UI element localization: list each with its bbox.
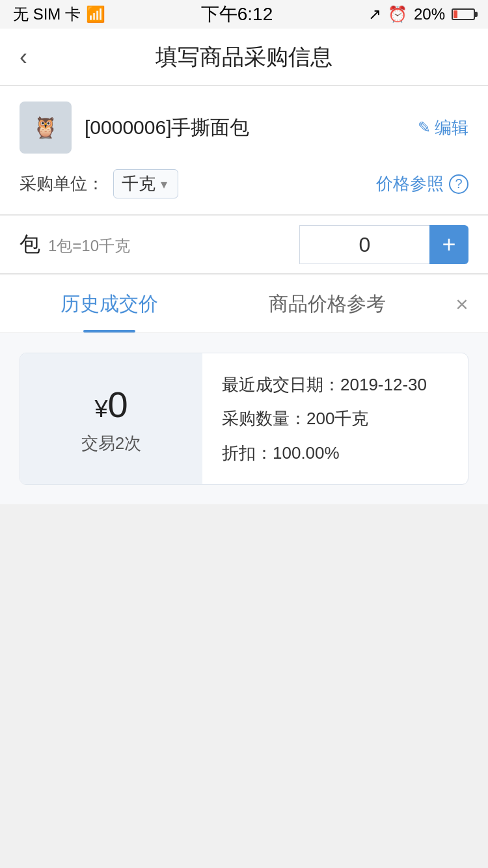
back-button[interactable]: ‹ [20, 44, 27, 71]
quantity-label-area: 包 1包=10千克 [20, 230, 299, 259]
unit-select-dropdown[interactable]: 千克 ▾ [113, 169, 178, 198]
recent-date-row: 最近成交日期：2019-12-30 [222, 373, 448, 396]
quantity-input[interactable] [299, 225, 429, 264]
edit-button[interactable]: ✎ 编辑 [418, 116, 468, 139]
alarm-icon: ⏰ [388, 5, 407, 23]
price-reference-button[interactable]: 价格参照 ? [376, 172, 468, 195]
quantity-unit-big: 包 [20, 230, 40, 259]
status-bar-left: 无 SIM 卡 📶 [13, 4, 105, 25]
purchase-unit-left: 采购单位： 千克 ▾ [20, 169, 178, 198]
location-icon: ↗ [368, 5, 381, 23]
battery-percent: 20% [414, 5, 445, 23]
product-top-row: 🦉 [0000006]手撕面包 ✎ 编辑 [20, 102, 468, 154]
recent-date-value: 2019-12-30 [340, 375, 427, 394]
tab-product-price-ref[interactable]: 商品价格参考 [218, 275, 436, 332]
quantity-input-area: + [299, 225, 468, 264]
question-mark-icon: ? [455, 176, 462, 191]
tabs-row: 历史成交价 商品价格参考 × [0, 275, 488, 333]
product-owl-icon: 🦉 [33, 115, 59, 140]
product-thumbnail: 🦉 [20, 102, 72, 154]
price-card-left: ¥0 交易2次 [20, 353, 202, 484]
price-number: 0 [107, 384, 128, 425]
discount-value: 100.00% [273, 443, 340, 463]
quantity-section: 包 1包=10千克 + [0, 216, 488, 274]
price-card: ¥0 交易2次 最近成交日期：2019-12-30 采购数量：200千克 折扣：… [20, 353, 468, 485]
purchase-unit-label: 采购单位： [20, 172, 104, 195]
battery-icon [452, 8, 475, 20]
tab-history-price[interactable]: 历史成交价 [0, 275, 218, 332]
price-card-container: ¥0 交易2次 最近成交日期：2019-12-30 采购数量：200千克 折扣：… [0, 333, 488, 504]
status-bar-right: ↗ ⏰ 20% [368, 5, 475, 23]
purchase-qty-value: 200千克 [306, 409, 368, 428]
status-bar-time: 下午6:12 [201, 2, 273, 27]
discount-label: 折扣： [222, 443, 273, 463]
product-info: 🦉 [0000006]手撕面包 [20, 102, 249, 154]
unit-value: 千克 [122, 172, 156, 195]
chevron-down-icon: ▾ [161, 176, 167, 192]
transaction-count: 交易2次 [81, 432, 141, 455]
page-header: ‹ 填写商品采购信息 [0, 29, 488, 86]
edit-label: 编辑 [435, 116, 468, 139]
product-card: 🦉 [0000006]手撕面包 ✎ 编辑 采购单位： 千克 ▾ 价格参照 ? [0, 86, 488, 215]
discount-row: 折扣：100.00% [222, 441, 448, 465]
status-bar: 无 SIM 卡 📶 下午6:12 ↗ ⏰ 20% [0, 0, 488, 29]
edit-icon: ✎ [418, 118, 431, 137]
price-ref-label: 价格参照 [376, 172, 444, 195]
quantity-unit-conversion: 1包=10千克 [48, 236, 130, 256]
tab-active-underline [83, 330, 135, 332]
purchase-unit-row: 采购单位： 千克 ▾ 价格参照 ? [20, 169, 468, 198]
page-title: 填写商品采购信息 [156, 42, 332, 72]
price-ref-help-icon: ? [449, 174, 468, 194]
quantity-row: 包 1包=10千克 + [0, 216, 488, 273]
product-name: [0000006]手撕面包 [85, 115, 249, 141]
tab-history-price-label: 历史成交价 [61, 291, 158, 318]
tab-close-button[interactable]: × [436, 275, 488, 332]
purchase-qty-label: 采购数量： [222, 409, 306, 428]
quantity-increment-button[interactable]: + [429, 225, 468, 264]
purchase-qty-row: 采购数量：200千克 [222, 407, 448, 430]
recent-date-label: 最近成交日期： [222, 375, 340, 394]
price-card-right: 最近成交日期：2019-12-30 采购数量：200千克 折扣：100.00% [202, 353, 468, 484]
tab-product-price-ref-label: 商品价格参考 [269, 291, 386, 318]
tabs-section: 历史成交价 商品价格参考 × ¥0 交易2次 最近成交日期：2019-12-30… [0, 275, 488, 504]
currency-symbol: ¥ [94, 396, 107, 422]
wifi-icon: 📶 [86, 5, 105, 23]
price-display: ¥0 [94, 383, 128, 426]
sim-status: 无 SIM 卡 [13, 4, 81, 25]
